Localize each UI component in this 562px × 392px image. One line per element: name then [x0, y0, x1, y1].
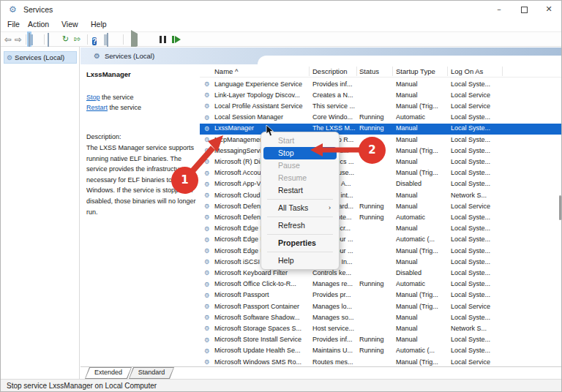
restart-service-link[interactable]: Restart — [86, 104, 108, 111]
tab-standard[interactable]: Standard — [129, 367, 174, 379]
menu-item-properties[interactable]: Properties — [263, 237, 337, 249]
column-header-description[interactable]: Description — [312, 67, 348, 75]
service-row[interactable]: ⚙Microsoft Edge Update Servi...Keeps you… — [200, 235, 562, 246]
service-gear-icon: ⚙ — [204, 347, 212, 355]
forward-icon[interactable]: ⇨ — [15, 34, 22, 45]
menu-item-start[interactable]: Start — [263, 135, 337, 147]
service-logon-cell: Local Syste... — [451, 214, 502, 221]
service-row[interactable]: ⚙Local Session ManagerCore Windo...Runni… — [200, 113, 562, 124]
service-row[interactable]: ⚙Link-Layer Topology Discov...Creates a … — [200, 90, 562, 101]
export-list-icon[interactable]: ⇰ — [74, 34, 80, 45]
menu-item-resume[interactable]: Resume — [263, 172, 337, 184]
service-row[interactable]: ⚙Microsoft Store Install ServiceProvides… — [200, 335, 562, 346]
service-startup-type-cell: Disabled — [396, 180, 445, 187]
vertical-scrollbar[interactable] — [559, 195, 561, 220]
service-name-cell: Microsoft Office Click-to-R... — [214, 280, 308, 287]
menu-file[interactable]: File — [7, 20, 20, 29]
minimize-button[interactable]: – — [487, 1, 512, 18]
service-row[interactable]: ⚙Local Profile Assistant ServiceThis ser… — [200, 101, 562, 112]
service-gear-icon: ⚙ — [204, 192, 212, 199]
service-row[interactable]: ⚙Microsoft Keyboard FilterControls ke...… — [200, 268, 562, 279]
service-row[interactable]: ⚙Microsoft Defender Antivirus...Helps gu… — [200, 201, 562, 212]
service-description-cell: Manages lo... — [312, 303, 358, 310]
column-divider[interactable] — [392, 67, 393, 76]
service-row[interactable]: ⚙Microsoft App-V ClientManages A...Disab… — [200, 179, 562, 190]
pause-service-icon[interactable] — [160, 34, 166, 45]
service-description-cell: Maintains U... — [312, 347, 358, 354]
service-name-cell: Microsoft Storage Spaces S... — [214, 325, 308, 332]
show-action-pane-icon[interactable] — [107, 34, 108, 45]
service-startup-type-cell: Automatic — [396, 280, 445, 287]
service-gear-icon: ⚙ — [204, 102, 212, 110]
menu-view[interactable]: View — [61, 20, 78, 29]
menu-action[interactable]: Action — [28, 20, 49, 29]
service-startup-type-cell: Manual (Trig... — [396, 358, 445, 366]
help-icon[interactable]: ? — [92, 34, 97, 45]
service-logon-cell: Local Syste... — [451, 235, 502, 243]
service-name-cell: Microsoft Keyboard Filter — [214, 269, 308, 276]
service-gear-icon: ⚙ — [204, 325, 212, 332]
service-startup-type-cell: Manual — [396, 192, 445, 199]
service-name-cell: Microsoft Passport — [214, 291, 308, 298]
toolbar-separator — [87, 34, 88, 45]
column-header-status[interactable]: Status — [359, 67, 379, 75]
service-description-cell: Provides inf... — [312, 336, 358, 343]
menu-item-refresh[interactable]: Refresh — [263, 219, 337, 232]
service-status-cell: Running — [359, 214, 390, 221]
start-service-icon[interactable] — [131, 34, 138, 45]
menu-help[interactable]: Help — [91, 20, 107, 29]
submenu-arrow-icon: › — [329, 202, 331, 214]
menu-item-restart[interactable]: Restart — [263, 184, 337, 197]
service-row[interactable]: ⚙LxssManagerThe LXSS M...RunningManualLo… — [200, 124, 562, 135]
service-row[interactable]: ⚙Language Experience ServiceProvides inf… — [200, 79, 562, 90]
service-startup-type-cell: Automatic (... — [396, 235, 445, 243]
menu-item-help[interactable]: Help — [263, 255, 337, 267]
column-header-startup-type[interactable]: Startup Type — [396, 67, 435, 75]
column-divider[interactable] — [447, 67, 448, 76]
stop-service-link[interactable]: Stop — [86, 94, 100, 101]
service-gear-icon: ⚙ — [204, 181, 212, 188]
back-icon[interactable]: ⇦ — [4, 34, 12, 45]
column-header-log-on-as[interactable]: Log On As — [451, 67, 483, 75]
service-row[interactable]: ⚙Microsoft Storage Spaces S...Host servi… — [200, 323, 562, 334]
service-row[interactable]: ⚙Microsoft iSCSI Initiator Serv...Manage… — [200, 257, 562, 268]
menu-item-stop[interactable]: Stop — [263, 147, 337, 159]
column-header-name[interactable]: Name — [214, 67, 233, 75]
service-logon-cell: Local Syste... — [451, 80, 502, 88]
service-row[interactable]: ⚙Microsoft Edge Update Servi...Keeps you… — [200, 246, 562, 257]
close-button[interactable]: ✕ — [536, 1, 561, 18]
service-row[interactable]: ⚙Microsoft Edge Elevation Ser...Keeps Mi… — [200, 224, 562, 235]
service-row[interactable]: ⚙Microsoft Software Shadow...Manages so.… — [200, 312, 562, 323]
service-logon-cell: Local Service — [451, 203, 502, 210]
service-description-cell: Manages re... — [312, 280, 358, 287]
tab-extended[interactable]: Extended — [85, 367, 132, 379]
service-row[interactable]: ⚙Microsoft Passport ContainerManages lo.… — [200, 301, 562, 312]
restart-service-icon[interactable] — [172, 34, 181, 45]
show-console-tree-icon[interactable] — [29, 34, 30, 45]
service-startup-type-cell: Automatic — [396, 113, 445, 121]
service-row[interactable]: ⚙Microsoft PassportProvides pr...Manual … — [200, 290, 562, 301]
service-row[interactable]: ⚙Microsoft Account Sign-in As...Enables … — [200, 168, 562, 179]
service-gear-icon: ⚙ — [204, 236, 212, 244]
service-row[interactable]: ⚙Microsoft Update Health Se...Maintains … — [200, 346, 562, 357]
menu-separator — [267, 199, 333, 200]
service-gear-icon: ⚙ — [204, 258, 212, 265]
column-divider[interactable] — [356, 67, 357, 76]
menu-item-pause[interactable]: Pause — [263, 159, 337, 172]
tree-node-services-local[interactable]: ⚙ Services (Local) — [4, 51, 77, 64]
menu-item-all-tasks[interactable]: All Tasks› — [263, 202, 337, 214]
service-row[interactable]: ⚙Microsoft Cloud Identity Serv...Support… — [200, 190, 562, 201]
column-divider[interactable] — [502, 67, 503, 76]
column-divider[interactable] — [309, 67, 310, 76]
service-description-cell: Provides pr... — [312, 291, 358, 298]
service-row[interactable]: ⚙Microsoft Office Click-to-R...Manages r… — [200, 279, 562, 290]
service-row[interactable]: ⚙Microsoft Defender Antivirus...Helps pr… — [200, 212, 562, 223]
refresh-icon[interactable]: ↻ — [62, 34, 69, 45]
service-logon-cell: Local Syste... — [451, 225, 502, 232]
service-status-cell: Running — [359, 347, 390, 354]
service-startup-type-cell: Manual (Trig... — [396, 147, 445, 154]
services-window: ⚙ Services – ✕ File Action View Help ⇦ ⇨… — [0, 0, 562, 392]
service-description-cell: Routes mes... — [312, 358, 358, 366]
maximize-button[interactable] — [512, 1, 536, 18]
properties-icon[interactable] — [48, 34, 49, 45]
